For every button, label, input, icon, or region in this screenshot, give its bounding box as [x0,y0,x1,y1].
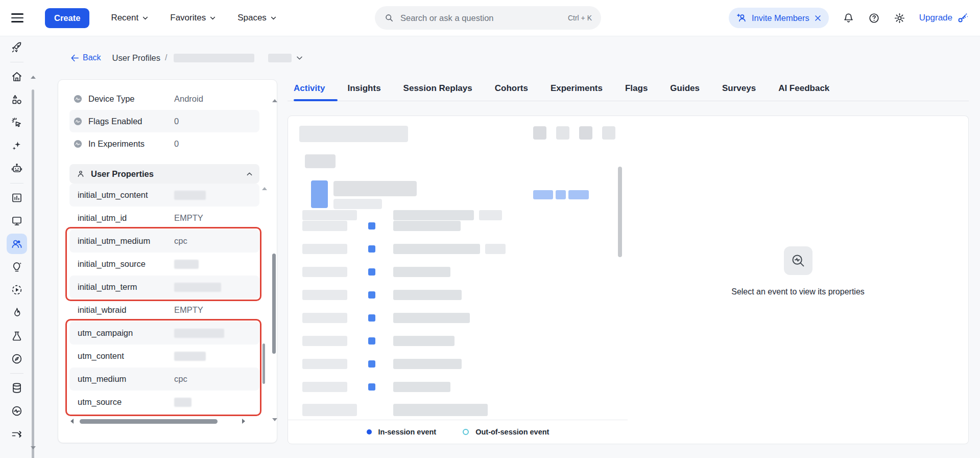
rail-scroll-up[interactable] [31,76,36,79]
property-row[interactable]: initial_utm_content [69,184,259,207]
property-row[interactable]: utm_medium cpc [69,368,259,391]
experiment-flask-icon[interactable] [5,324,29,347]
redacted-block [368,245,375,253]
search-input[interactable] [399,13,568,24]
menu-icon[interactable] [11,13,23,22]
create-button[interactable]: Create [45,8,89,28]
back-button[interactable]: Back [70,53,101,62]
legend-out-of-session: Out-of-session event [463,428,549,436]
property-row[interactable]: utm_campaign [69,322,259,345]
database-icon[interactable] [5,376,29,399]
tab-cohorts[interactable]: Cohorts [495,83,528,94]
panel-scroll-down[interactable] [272,418,277,421]
property-name: Flags Enabled [88,117,142,126]
panel-vertical-scrollbar[interactable] [272,254,276,354]
upgrade-button[interactable]: Upgrade [919,12,969,24]
panel-horizontal-scrollbar[interactable] [80,419,218,424]
tab-experiments[interactable]: Experiments [551,83,603,94]
property-name: initial_utm_term [78,282,137,292]
property-row[interactable]: initial_utm_source [69,253,259,276]
property-row[interactable]: initial_wbraid EMPTY [69,299,259,322]
redacted-block [393,290,462,300]
global-search[interactable]: Ctrl + K [375,6,601,30]
tab-session-replays[interactable]: Session Replays [403,83,472,94]
invite-members-button[interactable]: Invite Members [729,8,829,28]
session-replay-icon[interactable] [5,278,29,301]
top-bar: Create Recent Favorites Spaces Ctrl + K … [0,0,980,36]
divider [5,370,29,376]
tab-insights[interactable]: Insights [347,83,380,94]
monitor-icon[interactable] [5,209,29,232]
event-stream[interactable] [288,116,628,420]
panel-scroll-left[interactable] [70,419,74,424]
dismiss-icon[interactable] [814,14,822,22]
home-icon[interactable] [5,65,29,88]
monitoring-gauge-icon[interactable] [5,399,29,422]
property-row[interactable]: initial_utm_id EMPTY [69,207,259,230]
bar-chart-icon[interactable] [5,186,29,209]
divider [5,59,29,65]
redacted-block [302,267,347,277]
recent-menu[interactable]: Recent [111,13,149,23]
property-name: initial_utm_id [78,213,127,223]
breadcrumb: Back User Profiles / [70,50,303,65]
click-cursor-icon[interactable] [5,111,29,134]
property-name: utm_source [78,397,122,407]
tab-surveys[interactable]: Surveys [722,83,756,94]
chevron-down-icon[interactable] [296,54,303,62]
user-properties-section-header[interactable]: User Properties [69,164,259,184]
redacted-block [302,244,347,254]
breadcrumb-section[interactable]: User Profiles [112,53,160,63]
favorites-menu[interactable]: Favorites [170,13,216,23]
panel-scroll-right[interactable] [242,419,245,424]
help-icon[interactable] [868,12,880,24]
rail-scroll-down[interactable] [31,446,36,449]
property-row[interactable]: initial_utm_medium cpc [69,230,259,253]
redacted-value [174,283,221,292]
redacted-block [302,221,347,231]
empty-state: Select an event to view its properties [628,99,968,444]
redacted-block [302,359,347,369]
spaces-menu[interactable]: Spaces [237,13,277,23]
shapes-icon[interactable] [5,88,29,111]
robot-icon[interactable] [5,157,29,180]
list-vertical-scrollbar[interactable] [262,344,265,384]
pipeline-icon[interactable] [5,422,29,445]
chevron-up-icon[interactable] [246,170,253,178]
user-profiles-icon[interactable] [5,232,29,255]
rail-scrollbar[interactable] [32,89,34,458]
redacted-user-label [268,54,292,62]
sparkles-icon[interactable] [5,134,29,157]
property-name: initial_utm_content [78,190,148,200]
property-name: initial_utm_source [78,259,146,269]
redacted-block [302,404,357,416]
redacted-block [393,221,461,231]
device-type-icon [74,95,82,103]
redacted-block [479,210,502,220]
property-row[interactable]: initial_utm_term [69,276,259,299]
computed-property-row: Device Type Android [69,94,259,110]
experiment-badge-icon [74,140,82,148]
property-name: utm_medium [78,374,126,384]
property-name: initial_wbraid [78,305,126,315]
tab-ai-feedback[interactable]: AI Feedback [778,83,829,94]
left-rail [0,36,36,458]
idea-bulb-icon[interactable] [5,255,29,278]
list-scroll-up[interactable] [262,187,267,190]
redacted-block [302,336,347,346]
search-icon [384,13,394,23]
property-row[interactable]: utm_content [69,345,259,368]
rocket-icon[interactable] [5,36,29,59]
notifications-bell-icon[interactable] [843,12,854,24]
tab-activity[interactable]: Activity [294,83,325,94]
redacted-block [393,359,462,369]
flame-icon[interactable] [5,301,29,324]
compass-icon[interactable] [5,347,29,370]
panel-scroll-up[interactable] [272,99,277,102]
tab-flags[interactable]: Flags [625,83,648,94]
redacted-block [393,210,474,220]
property-row[interactable]: utm_source [69,391,259,414]
settings-gear-icon[interactable] [894,12,905,24]
tab-guides[interactable]: Guides [670,83,700,94]
profile-properties-list: Device Type Android Flags Enabled 0 In E… [69,94,259,415]
